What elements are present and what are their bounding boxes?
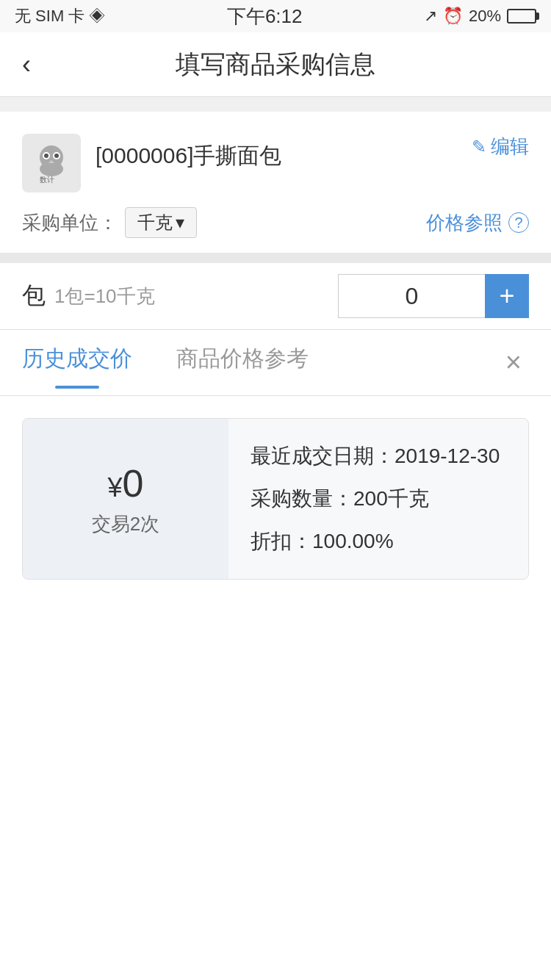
product-image-icon: 数计 [29,141,73,185]
status-left: 无 SIM 卡 ◈ [15,5,105,27]
tab-header: 历史成交价 商品价格参考 × [0,330,551,396]
svg-point-3 [44,154,48,158]
bottom-space [0,602,551,980]
quantity-label: 包 1包=10千克 [22,280,155,312]
status-bar: 无 SIM 卡 ◈ 下午6:12 ↗ ⏰ 20% [0,0,551,32]
battery-icon [507,9,536,24]
discount-row: 折扣：100.00% [251,526,506,557]
product-thumbnail: 数计 [22,134,81,192]
section-divider [0,253,551,263]
nav-bar: ‹ 填写商品采购信息 [0,32,551,97]
quantity-conversion: 1包=10千克 [54,284,155,309]
currency-symbol: ¥ [108,472,123,502]
unit-section: 采购单位： 千克 ▾ [22,207,197,238]
status-right: ↗ ⏰ 20% [424,7,536,26]
svg-point-4 [54,154,59,158]
close-button[interactable]: × [498,339,529,386]
battery-percent: 20% [469,7,501,26]
product-header: 数计 [0000006]手撕面包 ✎ 编辑 [22,134,529,192]
location-icon: ↗ [424,7,437,26]
quantity-input[interactable] [338,274,485,318]
status-time: 下午6:12 [227,4,303,29]
quantity-plus-button[interactable]: + [485,274,529,318]
product-meta: 采购单位： 千克 ▾ 价格参照 ? [22,207,529,238]
quantity-row: 包 1包=10千克 + [0,263,551,329]
recent-date-row: 最近成交日期：2019-12-30 [251,441,506,472]
trade-count: 交易2次 [92,511,159,537]
product-card: 数计 [0000006]手撕面包 ✎ 编辑 采购单位： 千克 ▾ 价格参照 ? [0,112,551,253]
alarm-icon: ⏰ [443,7,463,26]
price-display: ¥0 [108,461,144,505]
recent-date-label: 最近成交日期： [251,444,395,467]
quantity-unit-char: 包 [22,280,46,312]
purchase-qty-label: 采购数量： [251,487,353,510]
tab-history-price[interactable]: 历史成交价 [22,344,132,381]
tabs: 历史成交价 商品价格参考 [22,344,309,381]
unit-dropdown[interactable]: 千克 ▾ [125,207,197,238]
back-button[interactable]: ‹ [22,49,66,80]
tab-section: 历史成交价 商品价格参考 × ¥0 交易2次 最近成交日期：2019-12-30… [0,330,551,602]
page-title: 填写商品采购信息 [176,48,375,82]
price-reference-button[interactable]: 价格参照 ? [426,210,529,236]
discount-value: 100.00% [312,530,394,552]
detail-section: 最近成交日期：2019-12-30 采购数量：200千克 折扣：100.00% [228,419,528,579]
quantity-input-group: + [338,274,529,318]
edit-icon: ✎ [472,137,486,157]
product-left: 数计 [0000006]手撕面包 [22,134,281,192]
help-icon: ? [508,212,529,233]
history-content: ¥0 交易2次 最近成交日期：2019-12-30 采购数量：200千克 折扣：… [0,396,551,602]
discount-label: 折扣： [251,530,312,552]
price-value: 0 [123,462,144,505]
product-name: [0000006]手撕面包 [96,134,281,171]
history-card: ¥0 交易2次 最近成交日期：2019-12-30 采购数量：200千克 折扣：… [22,418,529,580]
edit-button[interactable]: ✎ 编辑 [472,134,529,159]
purchase-qty-value: 200千克 [353,487,429,510]
svg-point-5 [40,162,63,176]
recent-date-value: 2019-12-30 [395,444,500,467]
svg-text:数计: 数计 [40,176,54,184]
unit-label: 采购单位： [22,210,118,236]
purchase-qty-row: 采购数量：200千克 [251,483,506,514]
tab-product-price[interactable]: 商品价格参考 [176,344,309,381]
sim-status: 无 SIM 卡 ◈ [15,5,105,27]
price-section: ¥0 交易2次 [23,419,228,579]
